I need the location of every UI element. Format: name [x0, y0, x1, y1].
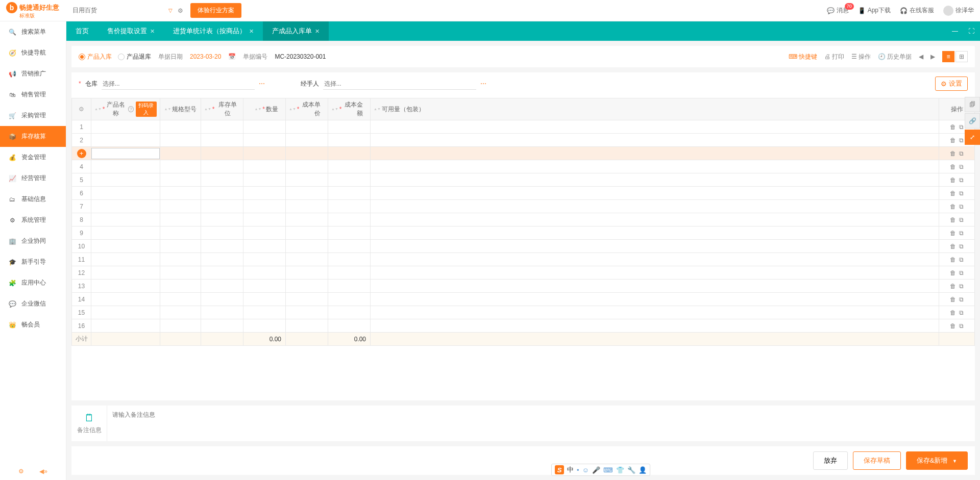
- tab-minimize-button[interactable]: —: [947, 23, 963, 39]
- print-link[interactable]: 🖨 打印: [824, 53, 844, 61]
- discard-button[interactable]: 放弃: [813, 451, 848, 470]
- delete-icon[interactable]: 🗑: [950, 322, 956, 330]
- sidebar-item-13[interactable]: 💬企业微信: [0, 293, 66, 314]
- table-row[interactable]: 11🗑⧉: [72, 253, 975, 266]
- radio-product-in[interactable]: 产品入库: [79, 53, 112, 61]
- sidebar-item-9[interactable]: ⚙系统管理: [0, 210, 66, 231]
- view-grid-button[interactable]: ⊞: [955, 51, 968, 62]
- copy-icon[interactable]: ⧉: [959, 123, 964, 131]
- table-row[interactable]: 1🗑⧉: [72, 120, 975, 134]
- add-row-icon[interactable]: +: [77, 149, 86, 158]
- copy-icon[interactable]: ⧉: [959, 309, 964, 316]
- copy-icon[interactable]: ⧉: [959, 137, 964, 144]
- sidebar-item-11[interactable]: 🎓新手引导: [0, 251, 66, 272]
- table-row[interactable]: 15🗑⧉: [72, 306, 975, 319]
- table-row[interactable]: +🗑⧉: [72, 147, 975, 160]
- copy-icon[interactable]: ⧉: [959, 190, 964, 197]
- history-link[interactable]: 🕘 历史单据: [878, 53, 912, 61]
- sidebar-item-2[interactable]: 📢营销推广: [0, 63, 66, 84]
- table-row[interactable]: 16🗑⧉: [72, 319, 975, 333]
- sort-icon[interactable]: ▲▼: [374, 108, 381, 111]
- copy-icon[interactable]: ⧉: [959, 243, 964, 250]
- sidebar-item-5[interactable]: 📦库存核算: [0, 126, 66, 147]
- sidebar-item-0[interactable]: 🔍搜索菜单: [0, 21, 66, 42]
- category-select[interactable]: 日用百货 ▽: [72, 6, 173, 15]
- sidebar-item-8[interactable]: 🗂基础信息: [0, 189, 66, 210]
- scan-badge[interactable]: 扫码录入: [136, 102, 157, 117]
- ime-user-icon[interactable]: 👤: [639, 466, 647, 474]
- copy-icon[interactable]: ⧉: [959, 216, 964, 223]
- handler-input[interactable]: [323, 78, 476, 90]
- ime-mic-icon[interactable]: 🎤: [592, 466, 600, 474]
- sidebar-item-3[interactable]: 🛍销售管理: [0, 84, 66, 105]
- date-value[interactable]: 2023-03-20: [190, 53, 221, 60]
- table-row[interactable]: 9🗑⧉: [72, 226, 975, 240]
- copy-icon[interactable]: ⧉: [959, 269, 964, 276]
- copy-icon[interactable]: ⧉: [959, 176, 964, 184]
- sort-icon[interactable]: ▲▼: [164, 108, 172, 111]
- sidebar-item-14[interactable]: 👑畅会员: [0, 314, 66, 335]
- shortcut-link[interactable]: ⌨ 快捷键: [789, 53, 817, 61]
- table-row[interactable]: 12🗑⧉: [72, 266, 975, 280]
- delete-icon[interactable]: 🗑: [950, 269, 956, 276]
- tab-0[interactable]: 首页: [66, 21, 98, 41]
- close-icon[interactable]: ✕: [315, 28, 320, 35]
- sort-icon[interactable]: ▲▼: [204, 108, 211, 111]
- table-row[interactable]: 7🗑⧉: [72, 200, 975, 213]
- dock-expand-icon[interactable]: ⤢: [965, 130, 980, 145]
- sidebar-item-6[interactable]: 💰资金管理: [0, 147, 66, 168]
- sort-icon[interactable]: ▲▼: [331, 108, 338, 111]
- sort-icon[interactable]: ▲▼: [254, 108, 261, 111]
- warehouse-picker-icon[interactable]: ⋯: [259, 80, 265, 87]
- delete-icon[interactable]: 🗑: [950, 283, 956, 290]
- copy-icon[interactable]: ⧉: [959, 322, 964, 330]
- user-menu[interactable]: 徐泽华: [943, 6, 974, 16]
- close-icon[interactable]: ✕: [150, 28, 155, 35]
- sort-icon[interactable]: ▲▼: [289, 108, 296, 111]
- ime-punct-icon[interactable]: •: [577, 466, 579, 474]
- delete-icon[interactable]: 🗑: [950, 243, 956, 250]
- app-download-link[interactable]: 📱 App下载: [858, 6, 891, 15]
- ime-smile-icon[interactable]: ☺: [582, 466, 589, 474]
- delete-icon[interactable]: 🗑: [950, 137, 956, 144]
- radio-product-out[interactable]: 产品退库: [118, 53, 151, 61]
- delete-icon[interactable]: 🗑: [950, 296, 956, 303]
- delete-icon[interactable]: 🗑: [950, 309, 956, 316]
- sidebar-item-4[interactable]: 🛒采购管理: [0, 105, 66, 126]
- view-list-button[interactable]: ≡: [942, 51, 954, 62]
- settings-gear-icon[interactable]: ⚙: [18, 468, 24, 475]
- tab-3[interactable]: 产成品入库单✕: [263, 21, 329, 41]
- tab-1[interactable]: 售价提取设置✕: [98, 21, 164, 41]
- next-icon[interactable]: ▶: [930, 53, 935, 60]
- delete-icon[interactable]: 🗑: [950, 190, 956, 197]
- table-row[interactable]: 8🗑⧉: [72, 213, 975, 226]
- copy-icon[interactable]: ⧉: [959, 203, 964, 210]
- table-row[interactable]: 4🗑⧉: [72, 160, 975, 173]
- save-draft-button[interactable]: 保存草稿: [853, 451, 901, 470]
- delete-icon[interactable]: 🗑: [950, 150, 956, 157]
- copy-icon[interactable]: ⧉: [959, 150, 964, 157]
- ime-keyboard-icon[interactable]: ⌨: [603, 466, 613, 474]
- dock-note-icon[interactable]: 🗐: [965, 97, 980, 112]
- sidebar-item-1[interactable]: 🧭快捷导航: [0, 42, 66, 63]
- sort-icon[interactable]: ▲▼: [94, 108, 102, 111]
- save-new-button[interactable]: 保存&新增 ▼: [906, 451, 968, 470]
- ime-tool-icon[interactable]: 🔧: [627, 466, 635, 474]
- sidebar-item-10[interactable]: 🏢企业协同: [0, 231, 66, 251]
- sidebar-item-12[interactable]: 🧩应用中心: [0, 272, 66, 293]
- handler-picker-icon[interactable]: ⋯: [480, 80, 486, 87]
- product-name-input[interactable]: [91, 148, 160, 159]
- table-row[interactable]: 5🗑⧉: [72, 173, 975, 187]
- delete-icon[interactable]: 🗑: [950, 230, 956, 237]
- delete-icon[interactable]: 🗑: [950, 176, 956, 184]
- messages-link[interactable]: 💬 消息 70: [827, 6, 849, 15]
- delete-icon[interactable]: 🗑: [950, 216, 956, 223]
- delete-icon[interactable]: 🗑: [950, 163, 956, 170]
- delete-icon[interactable]: 🗑: [950, 123, 956, 131]
- copy-icon[interactable]: ⧉: [959, 283, 964, 290]
- tab-expand-button[interactable]: ⛶: [964, 23, 979, 39]
- prev-icon[interactable]: ◀: [919, 53, 923, 60]
- online-service-link[interactable]: 🎧 在线客服: [900, 6, 934, 15]
- ime-skin-icon[interactable]: 👕: [616, 466, 624, 474]
- table-row[interactable]: 10🗑⧉: [72, 240, 975, 253]
